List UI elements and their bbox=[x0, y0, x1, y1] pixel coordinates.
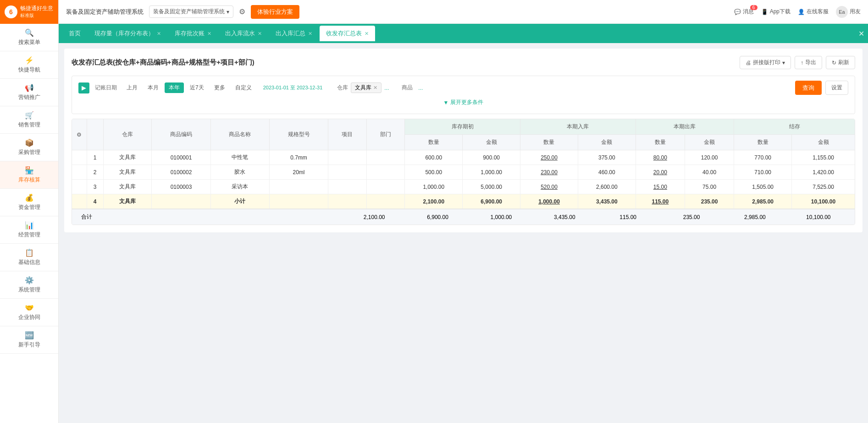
column-settings-icon[interactable]: ⚙ bbox=[77, 132, 82, 138]
tabbar: 首页 现存量（库存分布表） ✕ 库存批次账 ✕ 出入库流水 ✕ 出入库汇总 ✕ … bbox=[59, 24, 868, 43]
date-label: 记账日期 bbox=[95, 84, 117, 92]
out-qty-link[interactable]: 15.00 bbox=[653, 184, 667, 190]
sidebar-item-system[interactable]: ⚙️系统管理 bbox=[0, 271, 58, 299]
logo-icon: 6 bbox=[5, 5, 17, 18]
td-settings bbox=[72, 165, 87, 180]
in-qty-link[interactable]: 230.00 bbox=[541, 169, 558, 176]
tab-close-recv-send[interactable]: ✕ bbox=[365, 31, 369, 37]
close-all-tabs[interactable]: ✕ bbox=[858, 29, 864, 38]
out-qty-link[interactable]: 80.00 bbox=[653, 154, 667, 161]
tab-recv-send[interactable]: 收发存汇总表 ✕ bbox=[320, 26, 375, 41]
th-opening-amt: 金额 bbox=[463, 135, 520, 150]
tab-inout-flow[interactable]: 出入库流水 ✕ bbox=[219, 26, 268, 41]
td-out-amt: 235.00 bbox=[685, 194, 734, 209]
app-download-btn[interactable]: 📱 App下载 bbox=[761, 8, 791, 16]
date-btn-custom[interactable]: 自定义 bbox=[231, 82, 256, 93]
settings-icon[interactable]: ⚙ bbox=[239, 7, 245, 16]
sidebar-item-label: 经营管理 bbox=[18, 231, 40, 239]
footer-in-amt: 3,435.00 bbox=[533, 214, 596, 220]
footer-out-amt: 235.00 bbox=[660, 214, 723, 220]
sidebar-item-finance[interactable]: 💰资金管理 bbox=[0, 189, 58, 216]
td-opening-amt: 5,000.00 bbox=[463, 180, 520, 194]
settings-button[interactable]: 设置 bbox=[825, 81, 848, 95]
system-dropdown[interactable]: 装备及固定资产辅助管理系统 ▾ bbox=[149, 5, 233, 18]
sidebar-item-basic[interactable]: 📋基础信息 bbox=[0, 244, 58, 271]
th-out-amt: 金额 bbox=[685, 135, 734, 150]
topbar: 装备及固定资产辅助管理系统 装备及固定资产辅助管理系统 ▾ ⚙ 体验行业方案 💬… bbox=[59, 0, 868, 24]
tab-close-batch[interactable]: ✕ bbox=[207, 31, 211, 37]
warehouse-filter: 仓库 文具库 ✕ ... bbox=[337, 82, 389, 93]
th-settings[interactable]: ⚙ bbox=[72, 119, 87, 150]
inventory-icon: 🏪 bbox=[25, 166, 34, 175]
th-dept: 部门 bbox=[366, 119, 405, 150]
messages-btn[interactable]: 💬 消息 6 bbox=[734, 8, 754, 16]
date-btn-this-month[interactable]: 本月 bbox=[144, 82, 163, 93]
sidebar-item-marketing[interactable]: 📢营销推广 bbox=[0, 79, 58, 106]
td-spec: 0.7mm bbox=[269, 150, 328, 165]
out-qty-link[interactable]: 20.00 bbox=[653, 169, 667, 176]
date-btn-last-month[interactable]: 上月 bbox=[122, 82, 142, 93]
sidebar-nav: 🔍搜索菜单⚡快捷导航📢营销推广🛒销售管理📦采购管理🏪库存核算💰资金管理📊经营管理… bbox=[0, 24, 58, 423]
sidebar-item-sales[interactable]: 🛒销售管理 bbox=[0, 106, 58, 134]
td-dept bbox=[366, 180, 405, 194]
print-button[interactable]: 🖨 拼接版打印 ▾ bbox=[740, 56, 791, 69]
th-goods-name: 商品名称 bbox=[210, 119, 269, 150]
app-name: 畅捷通好生意 bbox=[20, 5, 53, 12]
sidebar-item-purchase[interactable]: 📦采购管理 bbox=[0, 134, 58, 161]
date-range: 2023-01-01 至 2023-12-31 bbox=[263, 84, 323, 91]
export-button[interactable]: ↑ 导出 bbox=[795, 56, 822, 69]
tab-close-inout-flow[interactable]: ✕ bbox=[258, 31, 262, 37]
td-warehouse: 文具库 bbox=[103, 165, 152, 180]
tab-inout-summary[interactable]: 出入库汇总 ✕ bbox=[269, 26, 319, 41]
warehouse-tag-close[interactable]: ✕ bbox=[373, 85, 377, 91]
td-no: 1 bbox=[87, 150, 103, 165]
td-spec: 20ml bbox=[269, 165, 328, 180]
sidebar-item-label: 销售管理 bbox=[18, 121, 40, 129]
td-out-qty: 15.00 bbox=[636, 180, 685, 194]
sidebar-item-label: 营销推广 bbox=[18, 93, 40, 101]
filter-row-1: ▶ 记账日期 上月 本月 本年 近7天 更多 自定义 2023-01-01 至 … bbox=[78, 81, 848, 95]
td-dept bbox=[366, 150, 405, 165]
sidebar-item-quick[interactable]: ⚡快捷导航 bbox=[0, 51, 58, 79]
date-btn-7days[interactable]: 近7天 bbox=[186, 82, 208, 93]
date-btn-more[interactable]: 更多 bbox=[210, 82, 229, 93]
sidebar-item-business[interactable]: 📊经营管理 bbox=[0, 216, 58, 244]
tab-close-inventory[interactable]: ✕ bbox=[157, 31, 161, 37]
online-service-btn[interactable]: 👤 在线客服 bbox=[798, 8, 829, 16]
td-out-qty: 20.00 bbox=[636, 165, 685, 180]
tab-close-inout-summary[interactable]: ✕ bbox=[308, 31, 312, 37]
page-title-actions: 🖨 拼接版打印 ▾ ↑ 导出 ↻ 刷新 bbox=[740, 56, 855, 69]
sidebar-item-label: 基础信息 bbox=[18, 258, 40, 266]
sidebar-item-label: 库存核算 bbox=[18, 176, 40, 184]
search-icon: 🔍 bbox=[25, 28, 34, 37]
tab-inventory[interactable]: 现存量（库存分布表） ✕ bbox=[88, 26, 167, 41]
goods-more[interactable]: ... bbox=[418, 85, 423, 91]
expand-more-conditions[interactable]: ▼ 展开更多条件 bbox=[443, 99, 484, 106]
in-qty-link[interactable]: 250.00 bbox=[541, 154, 558, 161]
out-qty-link[interactable]: 115.00 bbox=[652, 198, 669, 205]
user-menu[interactable]: Ea 用友 bbox=[836, 6, 861, 18]
sidebar-item-guide[interactable]: 🆕新手引导 bbox=[0, 326, 58, 354]
query-button[interactable]: 查询 bbox=[795, 81, 822, 95]
sales-icon: 🛒 bbox=[25, 111, 34, 120]
td-opening-amt: 900.00 bbox=[463, 150, 520, 165]
th-out-qty: 数量 bbox=[636, 135, 685, 150]
td-in-amt: 2,600.00 bbox=[578, 180, 636, 194]
sidebar-item-corp[interactable]: 🤝企业协同 bbox=[0, 299, 58, 326]
in-qty-link[interactable]: 520.00 bbox=[541, 184, 558, 190]
tab-batch[interactable]: 库存批次账 ✕ bbox=[168, 26, 218, 41]
table-row: 4 文具库 小计 2,100.00 6,900.00 1,000.00 3,43… bbox=[72, 194, 855, 209]
sidebar-item-inventory[interactable]: 🏪库存核算 bbox=[0, 161, 58, 189]
filter-toggle[interactable]: ▶ bbox=[78, 82, 89, 93]
in-qty-link[interactable]: 1,000.00 bbox=[538, 198, 560, 205]
date-btn-this-year[interactable]: 本年 bbox=[165, 82, 184, 93]
sidebar-item-search[interactable]: 🔍搜索菜单 bbox=[0, 24, 58, 51]
tab-home[interactable]: 首页 bbox=[62, 26, 87, 41]
refresh-button[interactable]: ↻ 刷新 bbox=[826, 56, 855, 69]
trial-button[interactable]: 体验行业方案 bbox=[251, 5, 299, 19]
date-options: 上月 本月 本年 近7天 更多 自定义 bbox=[122, 82, 256, 93]
td-closing-amt: 10,100.00 bbox=[792, 194, 855, 209]
th-in-qty: 数量 bbox=[520, 135, 578, 150]
warehouse-more[interactable]: ... bbox=[384, 85, 389, 91]
td-out-amt: 120.00 bbox=[685, 150, 734, 165]
